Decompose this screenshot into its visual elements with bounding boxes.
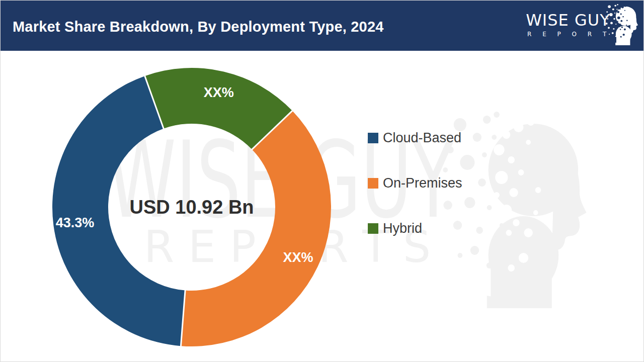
donut-center-value: USD 10.92 Bn xyxy=(91,195,292,219)
slice-label-hybrid: XX% xyxy=(204,85,234,100)
legend-label-hybrid: Hybrid xyxy=(383,221,422,236)
page-title: Market Share Breakdown, By Deployment Ty… xyxy=(13,19,384,35)
header-bar: Market Share Breakdown, By Deployment Ty… xyxy=(1,1,644,51)
brand-logo-line2: R E P O R T S xyxy=(523,30,613,38)
brand-logo-line1: WISE GUY xyxy=(523,11,613,29)
legend-label-on-premises: On-Premises xyxy=(383,175,462,191)
legend-swatch-on-premises xyxy=(368,178,378,189)
legend-item-hybrid: Hybrid xyxy=(368,221,422,236)
legend-item-cloud-based: Cloud-Based xyxy=(368,130,461,145)
brand-logo: WISE GUY R E P O R T S xyxy=(523,11,613,38)
legend-swatch-hybrid xyxy=(368,223,378,234)
chart-figure: Market Share Breakdown, By Deployment Ty… xyxy=(0,0,644,362)
chart-area: WISE GUY R E P O R T S XX%XX%43.3% USD 1… xyxy=(1,51,644,362)
legend-item-on-premises: On-Premises xyxy=(368,175,462,191)
legend-label-cloud-based: Cloud-Based xyxy=(383,130,461,146)
slice-label-on-premises: XX% xyxy=(283,250,313,265)
slice-label-cloud-based: 43.3% xyxy=(56,215,95,230)
legend-swatch-cloud-based xyxy=(368,133,378,143)
